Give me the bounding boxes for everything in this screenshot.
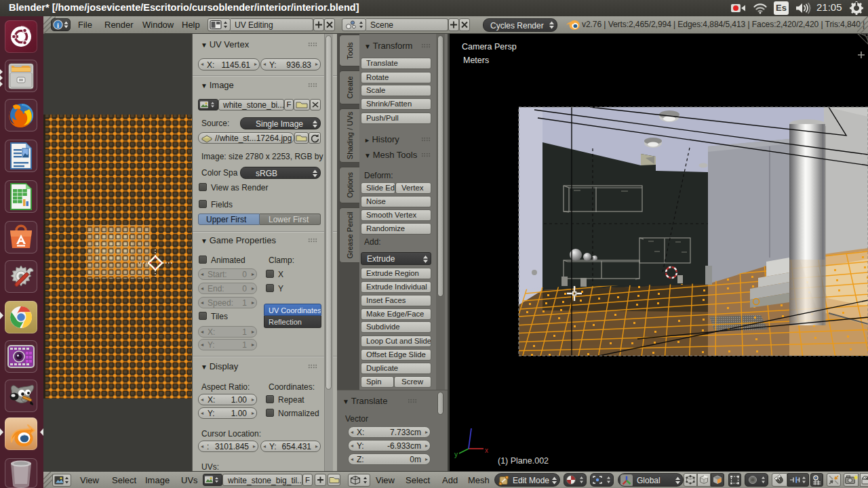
svg-text:Meters: Meters: [463, 56, 489, 65]
svg-text:y: y: [454, 451, 458, 458]
svg-text:i: i: [57, 22, 59, 29]
svg-text:(1) Plane.002: (1) Plane.002: [498, 456, 549, 466]
svg-text:Camera Persp: Camera Persp: [462, 42, 517, 52]
svg-text:x: x: [485, 447, 488, 454]
